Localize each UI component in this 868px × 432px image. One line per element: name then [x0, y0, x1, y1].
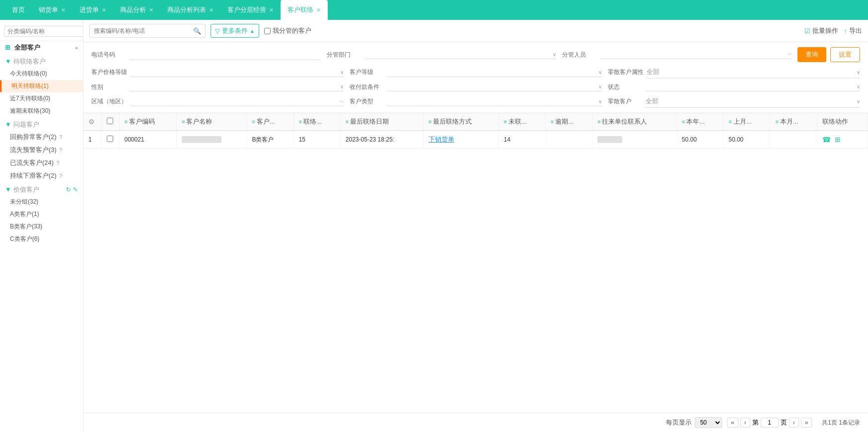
contact-action-icon[interactable]: ☎	[822, 136, 831, 144]
customer-type-select[interactable]: ∨	[387, 97, 602, 106]
refresh-value-icon[interactable]: ↻	[66, 186, 71, 193]
nav-customer-contact[interactable]: 客户联络 ✕	[281, 0, 328, 20]
cell-overdue	[545, 131, 592, 148]
close-product-analysis-list-icon[interactable]: ✕	[209, 7, 214, 13]
gender-chevron-icon: ∨	[340, 84, 344, 89]
nav-product-analysis-list[interactable]: 商品分析列表 ✕	[160, 0, 220, 20]
filter-row-3: 性别 ∨ 收付款条件 ∨ 状态	[91, 82, 860, 91]
col-checkbox	[101, 113, 119, 131]
close-purchase-order-icon[interactable]: ✕	[102, 7, 106, 13]
select-all-checkbox[interactable]	[107, 118, 113, 124]
next-page-btn[interactable]: ›	[789, 418, 799, 428]
filter-retail-attr: 零散客户属性 全部 ∨	[608, 66, 860, 78]
phone-input[interactable]	[129, 50, 321, 60]
query-button[interactable]: 查询	[797, 47, 826, 62]
sidebar-class-a[interactable]: A类客户(1)	[0, 208, 83, 220]
sidebar-search-input[interactable]	[4, 26, 83, 37]
area-select[interactable]: ···	[130, 97, 344, 106]
filter-row-1: 电话号码 分管部门 ∨ 分管人员 ···	[91, 47, 860, 62]
payment-chevron-icon: ∨	[598, 84, 602, 89]
table-row: 1 000021 B类客户 15 2023-05-23 18:25: 下销货单	[83, 131, 868, 148]
retail-customer-select[interactable]: 全部 ∨	[646, 95, 860, 108]
sidebar-repeat-abnormal[interactable]: 回购异常客户(2) ?	[0, 131, 83, 144]
gender-select[interactable]: ∨	[129, 82, 344, 91]
price-level-chevron-icon: ∨	[340, 70, 344, 75]
close-sales-order-icon[interactable]: ✕	[61, 7, 66, 13]
price-level-select[interactable]: ∨	[130, 68, 344, 77]
toolbar-right-actions: ☑ 批量操作 ↑ 导出	[804, 26, 863, 35]
cell-this-month	[770, 131, 817, 148]
cell-contacts: 15	[293, 131, 340, 148]
edit-value-icon[interactable]: ✎	[73, 186, 78, 193]
cell-this-year: 50.00	[677, 131, 723, 148]
filter-row-4: 区域（地区） ··· 客户类型 ∨ 零散客户 全部	[91, 95, 860, 108]
nav-product-analysis[interactable]: 商品分析 ✕	[113, 0, 160, 20]
first-page-btn[interactable]: «	[727, 418, 738, 428]
cell-index: 1	[83, 131, 101, 148]
col-customer-code: ≡客户编码	[119, 113, 176, 131]
cell-last-method: 下销货单	[423, 131, 499, 148]
close-product-analysis-icon[interactable]: ✕	[149, 7, 153, 13]
my-customers-checkbox[interactable]	[264, 28, 271, 34]
cell-name	[176, 131, 246, 148]
sidebar-lost-risk[interactable]: 流失预警客户(3) ?	[0, 144, 83, 156]
table-settings-icon[interactable]: ⚙	[88, 118, 95, 126]
total-records: 共1页 1条记录	[822, 419, 860, 427]
sidebar-already-lost[interactable]: 已流失客户(24) ?	[0, 156, 83, 169]
sidebar-all-customers-header[interactable]: ⊞ 全部客户 «	[0, 41, 83, 54]
sidebar-pending-contact-group: ▼待联络客户	[0, 54, 83, 68]
last-contact-method-link[interactable]: 下销货单	[429, 136, 454, 143]
nav-sales-order[interactable]: 销货单 ✕	[32, 0, 72, 20]
gender-label: 性别	[91, 83, 126, 91]
nav-home[interactable]: 首页	[5, 0, 32, 20]
sidebar-continuous-decline[interactable]: 持续下滑客户(2) ?	[0, 169, 83, 182]
col-actions: 联络动作	[817, 113, 868, 131]
more-action-icon[interactable]: ⊞	[835, 136, 841, 144]
col-this-month: ≡本月...	[770, 113, 817, 131]
prev-page-btn[interactable]: ‹	[740, 418, 750, 428]
customer-level-select[interactable]: ∨	[387, 68, 602, 77]
retail-attr-select[interactable]: 全部 ∨	[647, 66, 860, 78]
sidebar-class-c[interactable]: C类客户(6)	[0, 233, 83, 245]
sidebar-overdue-contact[interactable]: 逾期未联络(30)	[0, 105, 83, 117]
sidebar-unclassified[interactable]: 未分组(32)	[0, 196, 83, 208]
nav-purchase-order[interactable]: 进货单 ✕	[72, 0, 113, 20]
manager-select[interactable]: ···	[600, 50, 792, 59]
sidebar-near7-contact[interactable]: 近7天待联络(0)	[0, 92, 83, 105]
unit-contacts-blurred	[597, 136, 622, 143]
filter-price-level: 客户价格等级 ∨	[91, 68, 344, 77]
dept-chevron-icon: ∨	[553, 52, 556, 57]
sidebar-today-contact[interactable]: 今天待联络(0)	[0, 68, 83, 80]
reset-button[interactable]: 设置	[830, 47, 860, 62]
nav-customer-tier[interactable]: 客户分层经营 ✕	[220, 0, 281, 20]
cell-last-month: 50.00	[723, 131, 770, 148]
payment-select[interactable]: ∨	[387, 82, 602, 91]
manager-label: 分管人员	[562, 51, 597, 59]
sidebar-class-b[interactable]: B类客户(33)	[0, 220, 83, 233]
collapse-icon[interactable]: «	[75, 45, 78, 51]
dept-select[interactable]: ∨	[364, 50, 556, 59]
per-page-select[interactable]: 50 10 20 100	[695, 417, 722, 428]
customer-level-chevron-icon: ∨	[598, 70, 602, 75]
status-select[interactable]: ∨	[646, 82, 860, 91]
row-action-icons: ☎ ⊞	[822, 136, 863, 144]
search-input[interactable]	[90, 27, 189, 34]
close-customer-tier-icon[interactable]: ✕	[269, 7, 274, 13]
search-button[interactable]: 🔍	[189, 27, 205, 35]
cell-actions: ☎ ⊞	[817, 131, 868, 148]
my-customers-checkbox-area[interactable]: 我分管的客户	[264, 26, 311, 35]
export-btn[interactable]: ↑ 导出	[844, 26, 863, 35]
last-page-btn[interactable]: »	[801, 418, 812, 428]
sidebar-tomorrow-contact[interactable]: 明天待联络(1)	[0, 80, 83, 92]
filter-status: 状态 ∨	[608, 82, 860, 91]
bulk-ops-btn[interactable]: ☑ 批量操作	[804, 26, 838, 35]
area-more-icon: ···	[340, 99, 344, 104]
page-number-input[interactable]	[761, 418, 779, 428]
retail-attr-chevron-icon: ∨	[857, 70, 860, 75]
filter-action-btns: 查询 设置	[797, 47, 860, 62]
toolbar: 🔍 ▽ 更多条件 ▲ 我分管的客户 ☑ 批量操作 ↑ 导出	[83, 20, 868, 42]
filter-more-btn[interactable]: ▽ 更多条件 ▲	[211, 24, 259, 38]
row-checkbox[interactable]	[107, 136, 113, 142]
close-customer-contact-icon[interactable]: ✕	[316, 7, 321, 13]
filter-customer-level: 客户等级 ∨	[350, 68, 602, 77]
